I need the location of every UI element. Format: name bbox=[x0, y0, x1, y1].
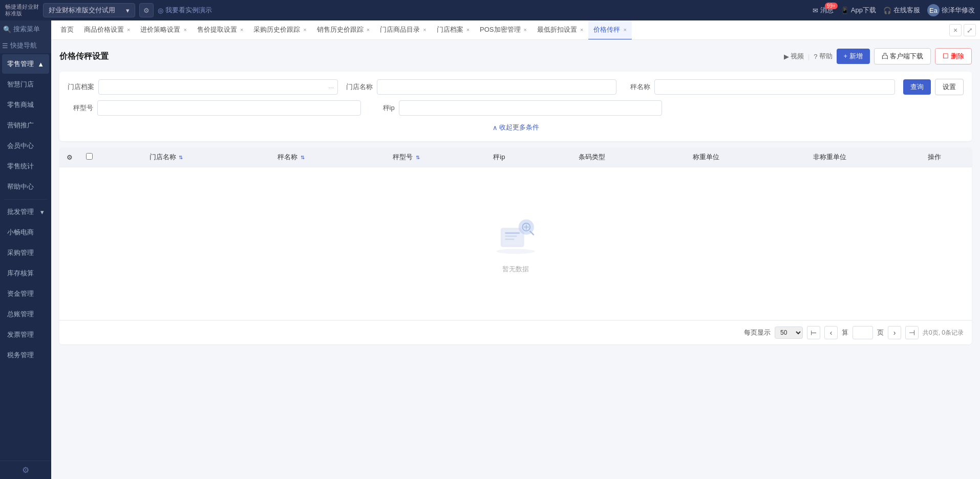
sidebar-item-purchase-mgmt[interactable]: 采购管理 bbox=[2, 243, 49, 263]
tab-sale-pickup[interactable]: 售价提取设置 × bbox=[192, 20, 248, 40]
tab-pos-mgmt[interactable]: POS加密管理 × bbox=[475, 20, 532, 40]
tab-bar-actions: × ⤢ bbox=[949, 24, 976, 36]
tab-store-archive[interactable]: 门店档案 × bbox=[432, 20, 475, 40]
quick-nav-button[interactable]: ☰ 快捷导航 bbox=[0, 38, 51, 54]
th-scale-model: 秤型号 ⇅ bbox=[349, 147, 464, 167]
service-button[interactable]: 🎧 在线客服 bbox=[883, 6, 920, 15]
quick-nav-label: 快捷导航 bbox=[10, 41, 37, 50]
help-label: 帮助 bbox=[819, 52, 833, 61]
scale-ip-field: 秤ip bbox=[369, 100, 663, 116]
query-button[interactable]: 查询 bbox=[903, 79, 931, 95]
delete-button[interactable]: ☐ 删除 bbox=[935, 48, 972, 64]
store-archive-input-wrapper: ··· bbox=[98, 79, 338, 95]
tab-product-price[interactable]: 商品价格设置 × bbox=[79, 20, 135, 40]
scale-name-input[interactable] bbox=[654, 79, 895, 95]
empty-row: 暂无数据 bbox=[59, 167, 972, 320]
delete-label: ☐ 删除 bbox=[943, 52, 964, 61]
search-row-1: 门店档案 ··· 门店名称 秤名称 bbox=[68, 79, 964, 95]
user-abbr: Ea bbox=[929, 7, 938, 14]
tab-close-pos-mgmt[interactable]: × bbox=[524, 27, 527, 33]
sidebar: 🔍 搜索菜单 ☰ 快捷导航 零售管理 ▲ 智慧门店 零售商城 营销推广 会员中心… bbox=[0, 20, 51, 479]
sort-scale-model-icon[interactable]: ⇅ bbox=[416, 155, 420, 160]
current-page-input[interactable]: 1 bbox=[853, 326, 873, 339]
scale-ip-input[interactable] bbox=[399, 100, 663, 116]
video-link[interactable]: ▶ 视频 bbox=[784, 52, 804, 61]
store-archive-input[interactable] bbox=[98, 79, 338, 95]
prev-page-button[interactable]: ‹ bbox=[824, 326, 838, 339]
demo-icon: ◎ bbox=[158, 7, 163, 14]
svg-point-0 bbox=[497, 249, 535, 254]
tab-expand-button[interactable]: ⤢ bbox=[964, 24, 976, 36]
tab-home[interactable]: 首页 bbox=[55, 20, 79, 40]
version-selector[interactable]: 好业财标准版交付试用 bbox=[43, 3, 135, 17]
table-settings-icon[interactable]: ⚙ bbox=[67, 154, 73, 161]
collapse-button[interactable]: ∧ 收起更多条件 bbox=[68, 121, 964, 134]
sidebar-item-retail-mall[interactable]: 零售商城 bbox=[2, 95, 49, 115]
select-all-checkbox[interactable] bbox=[86, 153, 93, 160]
tab-close-purchase-history[interactable]: × bbox=[303, 27, 306, 33]
th-store-name: 门店名称 ⇅ bbox=[99, 147, 233, 167]
next-page-button[interactable]: › bbox=[888, 326, 901, 339]
sidebar-settings-button[interactable]: ⚙ bbox=[22, 465, 29, 475]
scale-model-label: 秤型号 bbox=[68, 103, 93, 113]
empty-cell: 暂无数据 bbox=[59, 167, 972, 320]
first-page-button[interactable]: ⊢ bbox=[807, 326, 820, 339]
sidebar-item-xiaochang-ec[interactable]: 小畅电商 bbox=[2, 223, 49, 242]
store-name-input[interactable] bbox=[377, 79, 616, 95]
empty-illustration bbox=[490, 213, 541, 259]
sidebar-item-retail-mgmt[interactable]: 零售管理 ▲ bbox=[2, 54, 49, 74]
tab-close-sale-history[interactable]: × bbox=[367, 27, 370, 33]
sidebar-item-smart-store[interactable]: 智慧门店 bbox=[2, 75, 49, 94]
tab-purchase-history[interactable]: 采购历史价跟踪 × bbox=[248, 20, 311, 40]
tab-close-store-catalog[interactable]: × bbox=[423, 27, 426, 33]
tab-close-product-price[interactable]: × bbox=[127, 27, 130, 33]
page-size-select[interactable]: 50 10 20 100 bbox=[775, 326, 803, 339]
tab-price-scale[interactable]: 价格传秤 × bbox=[588, 20, 631, 40]
selector-settings-button[interactable]: ⚙ bbox=[139, 3, 154, 17]
tab-close-all-button[interactable]: × bbox=[949, 24, 962, 36]
tab-close-price-scale[interactable]: × bbox=[623, 27, 626, 33]
main-layout: 🔍 搜索菜单 ☰ 快捷导航 零售管理 ▲ 智慧门店 零售商城 营销推广 会员中心… bbox=[0, 20, 980, 479]
sidebar-item-retail-stats[interactable]: 零售统计 bbox=[2, 157, 49, 176]
sort-store-name-icon[interactable]: ⇅ bbox=[179, 155, 183, 160]
sidebar-item-marketing[interactable]: 营销推广 bbox=[2, 116, 49, 135]
add-button[interactable]: + 新增 bbox=[837, 49, 870, 64]
download-button[interactable]: 凸 客户端下载 bbox=[874, 48, 931, 64]
help-link[interactable]: ? 帮助 bbox=[814, 52, 832, 61]
data-table-card: ⚙ 门店名称 ⇅ 秤名称 ⇅ bbox=[59, 147, 972, 344]
demo-link[interactable]: ◎ 我要看实例演示 bbox=[158, 6, 212, 15]
sidebar-item-general-ledger[interactable]: 总账管理 bbox=[2, 304, 49, 324]
sidebar-item-member[interactable]: 会员中心 bbox=[2, 136, 49, 156]
tab-sale-history[interactable]: 销售历史价跟踪 × bbox=[312, 20, 375, 40]
sidebar-item-help-center[interactable]: 帮助中心 bbox=[2, 177, 49, 197]
sidebar-item-tax[interactable]: 税务管理 bbox=[2, 345, 49, 365]
tab-close-sale-pickup[interactable]: × bbox=[240, 27, 243, 33]
tab-close-store-archive[interactable]: × bbox=[466, 27, 470, 33]
scale-model-input[interactable] bbox=[97, 100, 361, 116]
sidebar-item-inventory[interactable]: 库存核算 bbox=[2, 264, 49, 283]
search-menu-button[interactable]: 🔍 搜索菜单 bbox=[0, 20, 51, 38]
app-download-button[interactable]: 📱 App下载 bbox=[841, 6, 876, 15]
sidebar-item-invoice[interactable]: 发票管理 bbox=[2, 325, 49, 344]
sort-scale-name-icon[interactable]: ⇅ bbox=[301, 155, 305, 160]
table-header: ⚙ 门店名称 ⇅ 秤名称 ⇅ bbox=[59, 147, 972, 167]
tab-store-catalog[interactable]: 门店商品目录 × bbox=[375, 20, 431, 40]
page-suffix: 页 bbox=[877, 328, 884, 337]
setting-button[interactable]: 设置 bbox=[935, 79, 964, 95]
tab-min-discount[interactable]: 最低折扣设置 × bbox=[532, 20, 588, 40]
ellipsis-icon[interactable]: ··· bbox=[328, 83, 334, 91]
tab-close-min-discount[interactable]: × bbox=[580, 27, 583, 33]
page-size-label: 每页显示 bbox=[744, 328, 771, 337]
user-info[interactable]: Ea 徐泽华修改 bbox=[927, 4, 975, 16]
page-content: 价格传秤设置 ▶ 视频 | ? 帮助 + 新增 凸 客户端下载 bbox=[51, 40, 980, 479]
video-icon: ▶ bbox=[784, 53, 789, 60]
last-page-button[interactable]: ⊣ bbox=[905, 326, 919, 339]
chevron-down-icon bbox=[126, 7, 130, 14]
tab-close-purchase-strategy[interactable]: × bbox=[183, 27, 186, 33]
message-button[interactable]: ✉ 消息 99+ bbox=[813, 6, 834, 15]
tab-purchase-strategy[interactable]: 进价策略设置 × bbox=[135, 20, 191, 40]
total-info: 共0页, 0条记录 bbox=[923, 329, 964, 337]
sidebar-item-batch-mgmt[interactable]: 批发管理 ▾ bbox=[2, 202, 49, 222]
th-non-weight-unit: 非称重单位 bbox=[763, 147, 897, 167]
sidebar-item-finance[interactable]: 资金管理 bbox=[2, 284, 49, 303]
